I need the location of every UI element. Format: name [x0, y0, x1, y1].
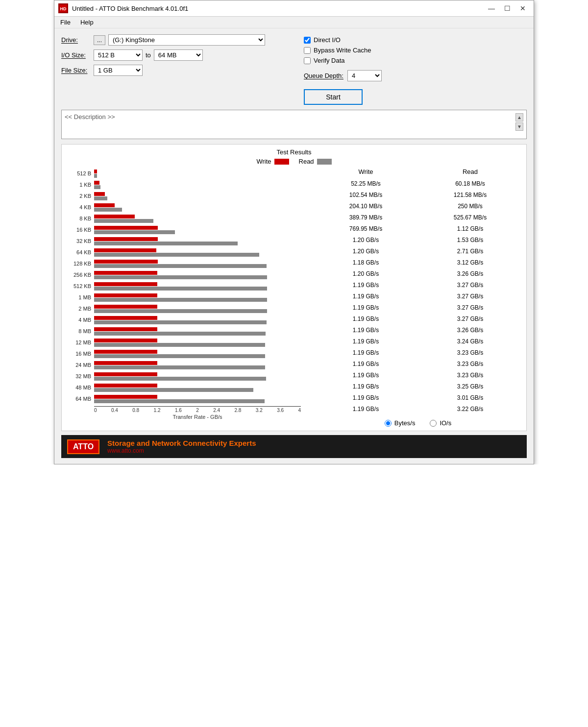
x-tick: 2.8	[235, 408, 242, 413]
data-row: 1.19 GB/s3.27 GB/s	[314, 314, 522, 324]
bypass-write-cache-label[interactable]: Bypass Write Cache	[314, 47, 371, 54]
chart-bars	[94, 282, 306, 291]
data-row: 1.19 GB/s3.23 GB/s	[314, 347, 522, 358]
x-tick: 2	[196, 408, 199, 413]
write-bar	[94, 215, 135, 218]
bytes-per-sec-radio[interactable]	[385, 420, 392, 427]
data-table-header: Write Read	[314, 168, 522, 176]
chart-bars	[94, 181, 306, 189]
read-bar	[94, 388, 253, 392]
x-axis-ticks: 00.40.81.21.622.42.83.23.64	[94, 406, 301, 413]
browse-button[interactable]: ...	[94, 35, 105, 45]
chart-bars	[94, 327, 306, 336]
data-row: 1.18 GB/s3.12 GB/s	[314, 257, 522, 268]
read-bar	[94, 242, 238, 245]
io-size-label: I/O Size:	[61, 51, 91, 59]
bytes-per-sec-option[interactable]: Bytes/s	[385, 419, 416, 427]
read-legend-item: Read	[299, 158, 332, 165]
chart-bars	[94, 170, 306, 178]
footer-text-area: Storage and Network Connectivity Experts…	[107, 439, 256, 454]
read-bar	[94, 399, 265, 403]
read-bar	[94, 196, 107, 200]
io-per-sec-option[interactable]: IO/s	[430, 419, 451, 427]
maximize-button[interactable]: ☐	[500, 3, 514, 13]
scroll-up-button[interactable]: ▲	[515, 113, 523, 121]
verify-data-checkbox[interactable]	[304, 57, 311, 64]
title-bar: HD Untitled - ATTO Disk Benchmark 4.01.0…	[54, 0, 534, 17]
data-table-area: Write Read 52.25 MB/s60.18 MB/s102.54 MB…	[306, 168, 522, 427]
minimize-button[interactable]: —	[485, 3, 498, 13]
queue-depth-select[interactable]: 4	[347, 70, 382, 81]
write-cell: 1.20 GB/s	[342, 248, 391, 255]
write-cell: 1.19 GB/s	[342, 315, 391, 322]
chart-rows-container: 512 B1 KB2 KB4 KB8 KB16 KB32 KB64 KB128 …	[66, 168, 306, 404]
chart-row: 64 KB	[66, 247, 306, 258]
read-cell: 3.23 GB/s	[446, 361, 495, 367]
file-size-row: File Size: 1 GB	[61, 65, 294, 76]
scroll-down-button[interactable]: ▼	[515, 122, 523, 131]
chart-row-label: 16 MB	[66, 351, 94, 357]
data-row: 1.20 GB/s3.26 GB/s	[314, 268, 522, 279]
data-row: 1.20 GB/s2.71 GB/s	[314, 246, 522, 257]
x-axis-label: Transfer Rate - GB/s	[94, 414, 301, 420]
chart-row-label: 8 MB	[66, 328, 94, 334]
write-bar	[94, 237, 158, 241]
menu-help[interactable]: Help	[78, 18, 96, 27]
io-size-from-select[interactable]: 512 B	[94, 49, 143, 61]
read-cell: 3.23 GB/s	[446, 349, 495, 356]
write-bar	[94, 305, 157, 309]
close-button[interactable]: ✕	[516, 3, 530, 13]
write-bar	[94, 327, 157, 331]
main-window: HD Untitled - ATTO Disk Benchmark 4.01.0…	[54, 0, 534, 464]
write-bar	[94, 181, 99, 185]
file-size-select[interactable]: 1 GB	[94, 65, 143, 76]
chart-row: 256 KB	[66, 269, 306, 280]
content-area: Drive: ... (G:) KingStone I/O Size: 512 …	[54, 28, 534, 464]
bypass-write-cache-row: Bypass Write Cache	[304, 47, 527, 54]
x-tick: 1.6	[175, 408, 182, 413]
io-per-sec-radio[interactable]	[430, 420, 437, 427]
bypass-write-cache-checkbox[interactable]	[304, 47, 311, 54]
io-size-to-select[interactable]: 64 MB	[154, 49, 203, 61]
chart-row-label: 1 KB	[66, 182, 94, 188]
read-cell: 3.27 GB/s	[446, 282, 495, 289]
app-icon: HD	[58, 3, 68, 13]
chart-and-data: 512 B1 KB2 KB4 KB8 KB16 KB32 KB64 KB128 …	[66, 168, 522, 427]
write-bar	[94, 384, 157, 388]
chart-bars	[94, 237, 306, 245]
io-size-to-label: to	[146, 51, 151, 59]
write-cell: 1.19 GB/s	[342, 349, 391, 356]
chart-row-label: 256 KB	[66, 272, 94, 278]
read-bar	[94, 287, 267, 291]
start-button[interactable]: Start	[304, 89, 363, 105]
write-legend-item: Write	[256, 158, 289, 165]
chart-bars	[94, 384, 306, 392]
read-col-header: Read	[446, 168, 495, 175]
read-bar	[94, 230, 175, 234]
queue-depth-label: Queue Depth:	[304, 72, 343, 79]
chart-row-label: 64 KB	[66, 249, 94, 255]
chart-row: 16 KB	[66, 224, 306, 235]
data-row: 1.19 GB/s3.23 GB/s	[314, 370, 522, 381]
read-cell: 2.71 GB/s	[446, 248, 495, 255]
write-bar	[94, 248, 156, 252]
chart-row: 128 KB	[66, 258, 306, 269]
direct-io-label[interactable]: Direct I/O	[314, 36, 341, 44]
drive-select[interactable]: (G:) KingStone	[108, 34, 265, 46]
chart-row-label: 32 KB	[66, 238, 94, 244]
read-cell: 3.22 GB/s	[446, 406, 495, 412]
atto-logo: ATTO	[67, 439, 99, 454]
read-bar	[94, 320, 267, 324]
footer-url: www.atto.com	[107, 447, 256, 454]
queue-depth-row: Queue Depth: 4	[304, 70, 527, 81]
read-bar	[94, 185, 100, 189]
chart-row-label: 4 MB	[66, 317, 94, 323]
write-bar	[94, 282, 157, 286]
chart-bars	[94, 339, 306, 347]
file-size-label: File Size:	[61, 67, 91, 74]
menu-file[interactable]: File	[58, 18, 73, 27]
window-title: Untitled - ATTO Disk Benchmark 4.01.0f1	[72, 5, 188, 12]
data-row: 1.19 GB/s3.26 GB/s	[314, 325, 522, 336]
verify-data-label[interactable]: Verify Data	[314, 57, 345, 64]
direct-io-checkbox[interactable]	[304, 37, 311, 44]
